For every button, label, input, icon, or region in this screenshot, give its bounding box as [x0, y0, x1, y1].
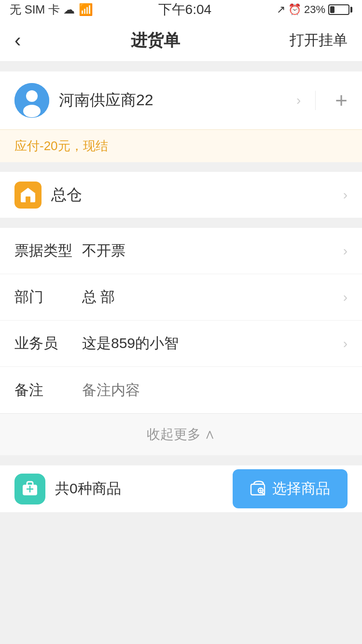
select-product-icon	[250, 480, 267, 498]
salesperson-row[interactable]: 业务员 这是859的小智 ›	[0, 321, 362, 367]
supplier-divider	[315, 91, 316, 110]
department-arrow-icon: ›	[343, 290, 348, 305]
invoice-type-value: 不开票	[82, 241, 343, 261]
warehouse-svg	[20, 187, 36, 203]
background-fill	[0, 512, 362, 644]
supplier-arrow-icon: ›	[296, 93, 301, 108]
department-value: 总 部	[82, 287, 343, 307]
warehouse-row[interactable]: 总仓 ›	[0, 172, 362, 218]
select-product-button[interactable]: 选择商品	[233, 469, 348, 508]
avatar-svg	[14, 83, 49, 118]
product-icon	[14, 474, 45, 504]
back-button[interactable]: ‹	[14, 29, 21, 51]
notes-label: 备注	[14, 380, 82, 400]
alert-text: 应付-20元，现结	[14, 139, 108, 153]
supplier-avatar	[14, 83, 49, 118]
battery-label: 23%	[304, 3, 325, 16]
salesperson-label: 业务员	[14, 334, 82, 353]
product-count-label: 共0种商品	[55, 479, 233, 499]
alarm-icon: ⏰	[288, 3, 301, 16]
status-right: ↗ ⏰ 23%	[277, 3, 352, 16]
supplier-row[interactable]: 河南供应商22 › +	[0, 71, 362, 129]
notes-row: 备注	[0, 367, 362, 413]
nav-bar: ‹ 进货单 打开挂单	[0, 19, 362, 62]
collapse-row[interactable]: 收起更多 ∧	[0, 413, 362, 455]
section-gap-3	[0, 218, 362, 228]
status-time: 下午6:04	[158, 0, 212, 19]
department-label: 部门	[14, 287, 82, 307]
alert-banner: 应付-20元，现结	[0, 129, 362, 162]
supplier-section: 河南供应商22 › + 应付-20元，现结	[0, 71, 362, 162]
select-product-label: 选择商品	[272, 479, 330, 499]
bottom-bar: 共0种商品 选择商品	[0, 465, 362, 512]
svg-marker-4	[20, 188, 36, 194]
warehouse-section: 总仓 ›	[0, 172, 362, 218]
salesperson-arrow-icon: ›	[343, 336, 348, 351]
add-supplier-button[interactable]: +	[335, 88, 348, 112]
product-svg	[21, 480, 39, 498]
supplier-name: 河南供应商22	[59, 90, 296, 111]
svg-point-2	[23, 105, 41, 117]
salesperson-value: 这是859的小智	[82, 334, 343, 353]
invoice-type-row[interactable]: 票据类型 不开票 ›	[0, 228, 362, 274]
battery-icon	[328, 4, 352, 15]
svg-rect-5	[26, 196, 30, 202]
warehouse-icon	[14, 182, 42, 209]
collapse-label: 收起更多 ∧	[147, 425, 216, 444]
page-title: 进货单	[131, 29, 180, 52]
invoice-type-label: 票据类型	[14, 241, 82, 261]
warehouse-arrow-icon: ›	[343, 187, 348, 203]
section-gap-2	[0, 162, 362, 172]
open-pending-button[interactable]: 打开挂单	[290, 30, 348, 50]
location-icon: ↗	[277, 3, 285, 16]
warehouse-name: 总仓	[51, 184, 343, 206]
sim-label: 无 SIM 卡 ☁	[10, 2, 75, 17]
status-bar: 无 SIM 卡 ☁ 📶 下午6:04 ↗ ⏰ 23%	[0, 0, 362, 19]
department-row[interactable]: 部门 总 部 ›	[0, 274, 362, 321]
notes-input[interactable]	[82, 382, 348, 398]
form-section: 票据类型 不开票 › 部门 总 部 › 业务员 这是859的小智 › 备注	[0, 228, 362, 413]
svg-point-1	[26, 90, 38, 102]
wifi-icon: 📶	[79, 3, 93, 16]
section-gap-1	[0, 62, 362, 71]
invoice-type-arrow-icon: ›	[343, 243, 348, 259]
status-left: 无 SIM 卡 ☁ 📶	[10, 2, 93, 17]
bottom-gap	[0, 455, 362, 465]
